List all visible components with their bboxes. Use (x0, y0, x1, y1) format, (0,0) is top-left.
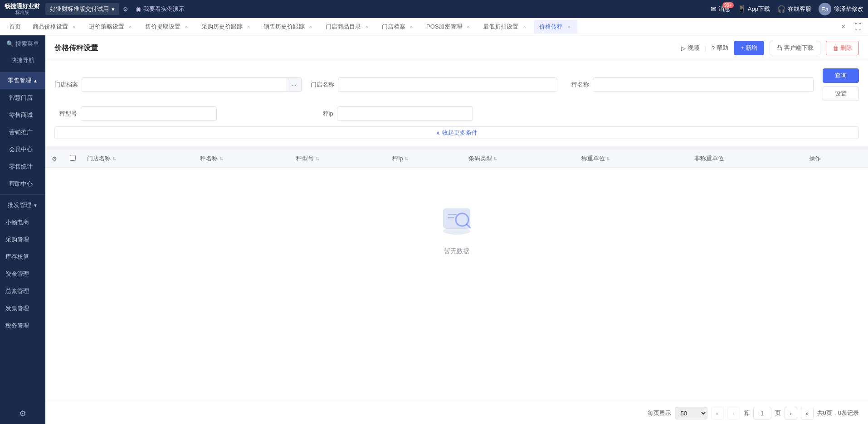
th-weight-unit[interactable]: 称重单位 ⇅ (576, 150, 689, 168)
sidebar-item-marketing[interactable]: 营销推广 (0, 124, 45, 141)
prev-page-btn[interactable]: ‹ (727, 407, 740, 419)
search-button[interactable]: 查询 (823, 68, 859, 83)
sidebar-item-member-center[interactable]: 会员中心 (0, 141, 45, 158)
tab-price-relay-close[interactable]: × (566, 24, 572, 30)
tabbar-controls: × ⛶ (839, 22, 864, 32)
tab-min-discount[interactable]: 最低折扣设置 × (478, 20, 533, 34)
tab-home[interactable]: 首页 (4, 20, 26, 34)
version-dropdown[interactable]: 好业财标准版交付试用 ▾ (45, 3, 119, 15)
tab-sales-history-label: 销售历史价跟踪 (263, 23, 305, 31)
sidebar-item-inventory[interactable]: 库存核算 (0, 248, 45, 265)
store-archive-btn[interactable]: ··· (287, 77, 302, 92)
sidebar-item-retail-management[interactable]: 零售管理 ▲ (0, 72, 45, 89)
last-page-btn[interactable]: » (801, 407, 814, 419)
store-archive-input[interactable] (82, 77, 287, 92)
tab-price-relay-label: 价格传秤 (539, 23, 563, 31)
th-store-name-label: 门店名称 (87, 155, 111, 162)
store-name-label: 门店名称 (311, 81, 334, 89)
settings-form-button[interactable]: 设置 (823, 87, 859, 101)
main-layout: 🔍 搜索菜单 快捷导航 零售管理 ▲ 智慧门店 零售商城 营销推广 会员中心 零… (0, 35, 868, 424)
scale-name-input[interactable] (593, 77, 814, 92)
select-all-checkbox[interactable] (70, 155, 76, 161)
th-scale-ip[interactable]: 秤ip ⇅ (387, 150, 463, 168)
sidebar-item-help-center[interactable]: 帮助中心 (0, 175, 45, 193)
th-barcode-type[interactable]: 条码类型 ⇅ (463, 150, 576, 168)
sidebar-item-purchase[interactable]: 采购管理 (0, 231, 45, 248)
tab-store-catalog-label: 门店商品目录 (326, 23, 361, 31)
store-name-input[interactable] (338, 77, 558, 92)
topbar: 畅捷通好业财 标准版 好业财标准版交付试用 ▾ ⚙ ◉ 我要看实例演示 ✉ 消息… (0, 0, 868, 18)
tab-pos-management-close[interactable]: × (465, 24, 471, 30)
online-service-btn[interactable]: 🎧 在线客服 (777, 5, 811, 13)
tab-price-settings-label: 商品价格设置 (33, 23, 68, 31)
video-label: 视频 (688, 44, 699, 52)
sidebar-quicknav[interactable]: 快捷导航 (0, 53, 45, 68)
table-header-row: ⚙ 门店名称 ⇅ 秤名称 ⇅ (45, 150, 868, 168)
video-link[interactable]: ▷ 视频 (681, 44, 699, 52)
sidebar-item-wholesale[interactable]: 批发管理 ▼ (0, 197, 45, 214)
tab-price-relay[interactable]: 价格传秤 × (534, 20, 577, 34)
first-page-btn[interactable]: « (711, 407, 724, 419)
per-page-select[interactable]: 10 20 50 100 (675, 407, 707, 419)
store-archive-input-wrap: ··· (82, 77, 302, 92)
page-number-input[interactable] (753, 407, 771, 419)
scale-ip-label: 秤ip (311, 110, 333, 118)
sidebar-item-retail-stats[interactable]: 零售统计 (0, 158, 45, 175)
divider-1: | (705, 45, 706, 52)
sidebar-item-smart-store[interactable]: 智慧门店 (0, 89, 45, 106)
tab-store-catalog[interactable]: 门店商品目录 × (320, 20, 375, 34)
sidebar-settings-btn[interactable]: ⚙ (0, 403, 45, 424)
sidebar-item-xiaochang[interactable]: 小畅电商 (0, 214, 45, 231)
th-settings-icon[interactable]: ⚙ (52, 155, 57, 162)
help-link[interactable]: ? 帮助 (712, 44, 728, 52)
add-button[interactable]: + 新增 (734, 41, 764, 55)
th-store-name[interactable]: 门店名称 ⇅ (82, 150, 195, 168)
messages-btn[interactable]: ✉ 消息 99+ (711, 5, 730, 13)
tab-price-settings-close[interactable]: × (71, 24, 77, 30)
th-scale-name[interactable]: 秤名称 ⇅ (195, 150, 291, 168)
scale-model-input[interactable] (81, 106, 217, 121)
expand-icon[interactable]: ⛶ (852, 22, 864, 32)
close-all-icon[interactable]: × (839, 22, 848, 32)
next-page-icon: › (790, 410, 791, 417)
sidebar-search[interactable]: 🔍 搜索菜单 (0, 35, 45, 53)
tab-purchase-history[interactable]: 采购历史价跟踪 × (196, 20, 257, 34)
sidebar-divider-2 (0, 194, 45, 195)
sidebar-item-general-ledger-label: 总账管理 (5, 287, 29, 295)
sidebar-item-invoice[interactable]: 发票管理 (0, 300, 45, 317)
app-download-btn[interactable]: 📱 App下载 (737, 5, 770, 13)
sidebar-item-retail-mall[interactable]: 零售商城 (0, 106, 45, 124)
user-profile-btn[interactable]: Ea 徐泽华修改 (819, 3, 863, 15)
tab-min-discount-close[interactable]: × (521, 24, 527, 30)
scale-ip-input[interactable] (337, 106, 473, 121)
sidebar-item-xiaochang-label: 小畅电商 (5, 218, 29, 226)
tab-purchase-history-label: 采购历史价跟踪 (201, 23, 243, 31)
tab-store-archive[interactable]: 门店档案 × (376, 20, 420, 34)
tab-sales-history-close[interactable]: × (307, 24, 314, 30)
sidebar-item-tax[interactable]: 税务管理 (0, 317, 45, 334)
tab-purchase-strategy-close[interactable]: × (127, 24, 133, 30)
th-scale-model-label: 秤型号 (296, 155, 314, 162)
sidebar-item-help-center-label: 帮助中心 (9, 180, 33, 188)
sidebar-item-general-ledger[interactable]: 总账管理 (0, 283, 45, 300)
tab-selling-price[interactable]: 售价提取设置 × (140, 20, 195, 34)
tab-pos-management[interactable]: POS加密管理 × (421, 20, 477, 34)
tab-store-catalog-close[interactable]: × (364, 24, 370, 30)
tab-sales-history[interactable]: 销售历史价跟踪 × (258, 20, 319, 34)
th-scale-model[interactable]: 秤型号 ⇅ (291, 150, 387, 168)
collapse-button[interactable]: ∧ 收起更多条件 (54, 126, 859, 139)
download-button[interactable]: 凸 客户端下载 (770, 41, 820, 55)
next-page-btn[interactable]: › (785, 407, 797, 419)
tab-selling-price-close[interactable]: × (183, 24, 190, 30)
delete-button[interactable]: 🗑 删除 (826, 41, 859, 55)
tab-store-archive-close[interactable]: × (408, 24, 414, 30)
settings-icon[interactable]: ⚙ (123, 6, 128, 13)
tab-purchase-strategy[interactable]: 进价策略设置 × (83, 20, 139, 34)
tab-purchase-history-close[interactable]: × (245, 24, 252, 30)
tab-store-archive-label: 门店档案 (382, 23, 405, 31)
sidebar-item-finance[interactable]: 资金管理 (0, 265, 45, 283)
demo-link[interactable]: ◉ 我要看实例演示 (136, 5, 185, 13)
sidebar-item-purchase-label: 采购管理 (5, 236, 29, 244)
tab-price-settings[interactable]: 商品价格设置 × (27, 20, 83, 34)
total-label: 共0页，0条记录 (817, 409, 859, 417)
